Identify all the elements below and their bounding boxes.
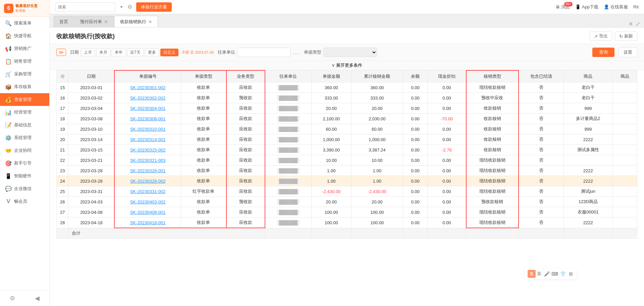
message-icon: 🖥 bbox=[555, 4, 560, 9]
cell-amount: 1,000.00 bbox=[312, 134, 352, 145]
refresh-btn[interactable]: ↻ 刷新 bbox=[615, 32, 637, 41]
topbar-industry-btn[interactable]: 体验行业方案 bbox=[136, 2, 172, 12]
filter-btn-this-year[interactable]: 本年 bbox=[112, 49, 126, 56]
cell-canceltype: 收款核销 bbox=[466, 134, 519, 145]
tabbar-controls: ✕ ⤢ bbox=[629, 21, 640, 27]
sidebar-item-search[interactable]: 🔍搜索菜单 bbox=[0, 17, 49, 29]
grid-icon[interactable]: ⊞ bbox=[568, 270, 574, 277]
mic-icon[interactable]: 🎤 bbox=[543, 270, 550, 277]
cell-amount: 2,100.00 bbox=[312, 114, 352, 124]
filter-btn-more[interactable]: 更多 bbox=[145, 49, 159, 56]
cell-discount: 0.00 bbox=[428, 155, 466, 166]
sidebar-item-sales[interactable]: 📋销售管理 bbox=[0, 55, 49, 68]
counterpart-value: ██████ bbox=[277, 126, 300, 132]
cell-docno: SK-20230304-001 bbox=[114, 103, 181, 114]
cell-discount: 0.00 bbox=[428, 166, 466, 176]
sidebar-item-operation[interactable]: 📊经营管理 bbox=[0, 106, 49, 119]
keyboard-icon[interactable]: ⌨ bbox=[551, 270, 558, 277]
filter-doctype-select[interactable] bbox=[323, 48, 377, 57]
cell-included: 否 bbox=[519, 176, 564, 186]
sidebar-item-hardware[interactable]: 📱智能硬件 bbox=[0, 170, 49, 182]
counterpart-value: ██████ bbox=[277, 147, 300, 153]
cell-product2 bbox=[612, 145, 637, 155]
sidebar-item-label-purchase: 采购管理 bbox=[14, 71, 32, 77]
docno-link[interactable]: SK-20230304-001 bbox=[130, 106, 166, 111]
sidebar-item-basic[interactable]: 📝基础信息 bbox=[0, 119, 49, 131]
topbar-service-btn[interactable]: 👤 在线客服 bbox=[604, 4, 628, 10]
cell-balance: 0.00 bbox=[403, 166, 427, 176]
sidebar-item-marketing[interactable]: 📢营销推广 bbox=[0, 42, 49, 55]
docno-link[interactable]: SK-20230315-002 bbox=[130, 147, 166, 152]
filter-counterpart-label: 往来单位 bbox=[218, 49, 235, 55]
counterpart-value: ██████ bbox=[277, 106, 300, 111]
sidebar-logo-text: 畅康道好生意 标准版 bbox=[15, 3, 38, 13]
docno-link[interactable]: SK-20230314-001 bbox=[130, 137, 166, 142]
topbar-app-btn[interactable]: 📱 App下载 bbox=[575, 4, 598, 10]
sidebar-item-member[interactable]: V畅会员 bbox=[0, 195, 49, 208]
cell-no: 18 bbox=[57, 114, 68, 124]
basic-icon: 📝 bbox=[5, 122, 11, 128]
topbar-dropdown-arrow[interactable]: ▼ bbox=[119, 5, 123, 9]
docno-link[interactable]: SK-20230408-001 bbox=[130, 210, 166, 215]
filter-counterpart-input[interactable] bbox=[237, 48, 291, 57]
topbar-gear-icon[interactable]: ⚙ bbox=[127, 4, 132, 10]
cell-docno: SK-20230418-001 bbox=[114, 218, 181, 228]
tab-home[interactable]: 首页 bbox=[54, 16, 74, 27]
sidebar-item-enterprise[interactable]: 🤝企业协同 bbox=[0, 144, 49, 157]
sidebar-item-purchase[interactable]: 🛒采购管理 bbox=[0, 68, 49, 80]
cell-balance: 0.00 bbox=[403, 114, 427, 124]
cell-canceltype: 现结收款核销 bbox=[466, 82, 519, 93]
filter-expand-btn[interactable]: ≫ bbox=[56, 49, 66, 56]
sidebar-item-finance[interactable]: 💰资金管理 bbox=[0, 93, 49, 106]
cell-canceltype: 预收中应收 bbox=[466, 93, 519, 103]
cell-included: 否 bbox=[519, 93, 564, 103]
filter-dots[interactable]: ... bbox=[293, 49, 300, 56]
table-row: 17 2023-03-04 SK-20230304-001 收款单 应收款 ██… bbox=[57, 103, 637, 114]
cell-acc-amount: -2,430.00 bbox=[351, 186, 403, 197]
cell-counterpart: ██████ bbox=[265, 186, 312, 197]
filter-btn-last-month[interactable]: 上月 bbox=[81, 49, 95, 56]
col-settings-icon[interactable]: ⚙ bbox=[60, 73, 65, 79]
docno-link[interactable]: SK-20230418-001 bbox=[130, 220, 166, 225]
filter-btn-this-month[interactable]: 本月 bbox=[96, 49, 110, 56]
sidebar-settings-btn[interactable]: ⚙ bbox=[8, 293, 16, 303]
docno-link[interactable]: SK-20230321-003 bbox=[130, 158, 166, 163]
sidebar-bottom: ⚙ ◀ bbox=[0, 290, 49, 306]
cell-included: 否 bbox=[519, 124, 564, 134]
docno-link[interactable]: SK-20230331-002 bbox=[130, 189, 166, 194]
filter-btn-7days[interactable]: 近7天 bbox=[127, 49, 144, 56]
sidebar-item-system[interactable]: ⚙️系统管理 bbox=[0, 131, 49, 144]
cell-acc-amount: 20.00 bbox=[351, 103, 403, 114]
docno-link[interactable]: SK-20230301-002 bbox=[130, 85, 166, 90]
sidebar-item-inventory[interactable]: 📦库存核算 bbox=[0, 80, 49, 93]
tab-receivable[interactable]: 收款核销执行✕ bbox=[114, 16, 158, 27]
query-btn[interactable]: 查询 bbox=[592, 48, 614, 57]
tab-close-payable[interactable]: ✕ bbox=[104, 19, 108, 24]
sidebar-item-label-search: 搜索菜单 bbox=[14, 20, 32, 26]
export-btn[interactable]: ↗ 导出 bbox=[590, 32, 612, 41]
docno-link[interactable]: SK-20230308-001 bbox=[130, 116, 166, 121]
docno-link[interactable]: SK-20230302-002 bbox=[130, 96, 166, 101]
cell-product1: 测试多属性 bbox=[564, 145, 613, 155]
tabbar-close-btn[interactable]: ✕ bbox=[629, 21, 633, 27]
docno-link[interactable]: SK-20230310-001 bbox=[130, 127, 166, 132]
sidebar-item-wechat[interactable]: 💬企业微信 bbox=[0, 182, 49, 195]
tabbar-expand-btn[interactable]: ⤢ bbox=[636, 21, 640, 27]
filter-expand-more[interactable]: ∨ 展开更多条件 bbox=[50, 61, 644, 70]
setting-btn[interactable]: 设置 bbox=[619, 47, 637, 57]
tab-payable[interactable]: 预付应付单✕ bbox=[74, 16, 114, 27]
inventory-icon: 📦 bbox=[5, 84, 11, 90]
cell-balance: 0.00 bbox=[403, 176, 427, 186]
sidebar-collapse-btn[interactable]: ◀ bbox=[34, 293, 41, 303]
tab-close-receivable[interactable]: ✕ bbox=[148, 19, 152, 24]
topbar-search-input[interactable] bbox=[55, 2, 115, 12]
docno-link[interactable]: SK-20230403-002 bbox=[130, 199, 166, 204]
docno-link[interactable]: SK-20230328-001 bbox=[130, 168, 166, 173]
sidebar-item-guide[interactable]: 🎯新手引导 bbox=[0, 157, 49, 170]
topbar-message-btn[interactable]: 🖥 消息 99+ bbox=[555, 4, 570, 10]
docno-link[interactable]: SK-20230328-002 bbox=[130, 179, 166, 184]
shirt-icon[interactable]: 👕 bbox=[559, 270, 566, 277]
th-balance: 余额 bbox=[403, 70, 427, 82]
sidebar-item-quicknav[interactable]: 🏠快捷导航 bbox=[0, 29, 49, 42]
filter-btn-custom[interactable]: 自定义 bbox=[160, 49, 178, 56]
